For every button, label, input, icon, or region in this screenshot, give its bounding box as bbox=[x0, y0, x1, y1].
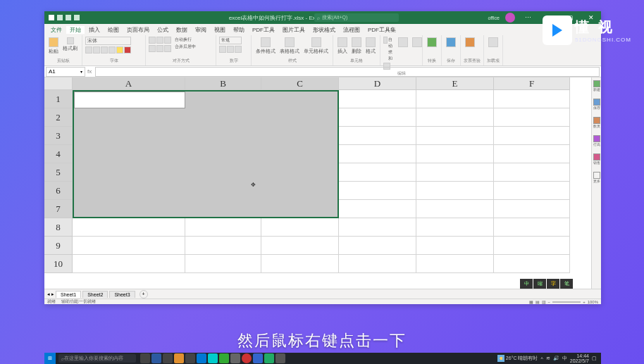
wrap-button[interactable]: 自动换行 bbox=[175, 37, 196, 43]
col-header-D[interactable]: D bbox=[339, 77, 416, 90]
row-header-2[interactable]: 2 bbox=[44, 108, 73, 127]
border-icon[interactable] bbox=[109, 46, 116, 54]
view-normal-icon[interactable]: ▦ bbox=[529, 299, 533, 304]
formula-bar[interactable] bbox=[95, 67, 600, 77]
cell[interactable] bbox=[339, 255, 416, 273]
cell[interactable] bbox=[339, 127, 416, 145]
cell[interactable] bbox=[416, 127, 494, 145]
weather-widget[interactable]: 26°C 晴朗有时 bbox=[497, 355, 538, 362]
tray-net-icon[interactable]: ≋ bbox=[546, 356, 550, 361]
menu-data[interactable]: 数据 bbox=[173, 26, 191, 34]
cell[interactable] bbox=[73, 218, 185, 237]
cell[interactable] bbox=[339, 163, 416, 182]
ime-pen[interactable]: 笔 bbox=[560, 279, 573, 289]
sheet-tab-2[interactable]: Sheet2 bbox=[82, 291, 108, 298]
app-icon-10[interactable] bbox=[264, 353, 274, 363]
add-sheet-button[interactable]: + bbox=[140, 290, 148, 299]
addins-button[interactable] bbox=[487, 37, 500, 48]
currency-icon[interactable] bbox=[219, 46, 226, 53]
tray-vol-icon[interactable]: 🔊 bbox=[553, 356, 559, 361]
sort-filter-button[interactable] bbox=[397, 37, 409, 48]
row-header-4[interactable]: 4 bbox=[44, 145, 73, 163]
cell[interactable] bbox=[261, 255, 339, 273]
cell[interactable] bbox=[416, 182, 494, 200]
cell[interactable] bbox=[73, 255, 185, 273]
ribbon-options-icon[interactable]: ⋯ bbox=[518, 11, 538, 24]
row-header-3[interactable]: 3 bbox=[44, 127, 73, 145]
row-header-10[interactable]: 10 bbox=[44, 255, 73, 273]
font-color-icon[interactable] bbox=[124, 46, 131, 54]
cell[interactable] bbox=[339, 108, 416, 127]
cell[interactable] bbox=[416, 90, 494, 108]
cell[interactable] bbox=[416, 108, 494, 127]
col-header-A[interactable]: A bbox=[73, 77, 185, 90]
app-icon-6[interactable] bbox=[208, 353, 218, 363]
number-format-select[interactable]: 常规 bbox=[219, 37, 242, 44]
app-icon-4[interactable] bbox=[185, 353, 195, 363]
italic-icon[interactable] bbox=[93, 46, 100, 54]
cell[interactable] bbox=[494, 237, 570, 255]
app-icon-rec[interactable] bbox=[242, 353, 252, 363]
menu-draw[interactable]: 绘图 bbox=[104, 26, 123, 34]
user-avatar[interactable] bbox=[505, 13, 515, 23]
cell[interactable] bbox=[185, 255, 261, 273]
zoom-level[interactable]: 100% bbox=[588, 300, 598, 304]
delete-cell-button[interactable]: 删除 bbox=[350, 37, 363, 56]
row-header-1[interactable]: 1 bbox=[44, 90, 73, 108]
tray-up-icon[interactable]: ^ bbox=[540, 356, 543, 361]
cell[interactable] bbox=[339, 237, 416, 255]
app-icon-9[interactable] bbox=[253, 353, 263, 363]
side-sales[interactable]: 销售 bbox=[593, 153, 601, 168]
app-icon-3[interactable] bbox=[174, 353, 184, 363]
menu-home[interactable]: 开始 bbox=[66, 26, 85, 34]
cell[interactable] bbox=[185, 218, 261, 237]
align-right-icon[interactable] bbox=[164, 45, 171, 52]
cell[interactable] bbox=[261, 218, 339, 237]
menu-formula[interactable]: 公式 bbox=[154, 26, 172, 34]
cell-style-button[interactable]: 单元格样式 bbox=[302, 37, 330, 56]
col-header-C[interactable]: C bbox=[261, 77, 339, 90]
side-more[interactable]: 更多 bbox=[593, 172, 601, 186]
sheet-nav-first[interactable]: ◂ bbox=[47, 291, 50, 297]
search-box[interactable]: ⌕ 搜索(Alt+Q) bbox=[314, 13, 399, 22]
cell[interactable] bbox=[494, 255, 570, 273]
fx-icon[interactable]: fx bbox=[87, 68, 92, 75]
sheet-tab-1[interactable]: Sheet1 bbox=[56, 291, 81, 298]
cell[interactable] bbox=[494, 200, 570, 218]
tray-time[interactable]: 14:44 bbox=[570, 353, 589, 358]
row-header-7[interactable]: 7 bbox=[44, 200, 73, 218]
taskbar-search[interactable]: ⌕ 在这里输入你要搜索的内容 bbox=[58, 354, 136, 363]
align-mid-icon[interactable] bbox=[156, 37, 163, 44]
app-icon-2[interactable] bbox=[163, 353, 173, 363]
menu-flow[interactable]: 流程图 bbox=[340, 26, 364, 34]
col-header-F[interactable]: F bbox=[494, 77, 570, 90]
col-header-E[interactable]: E bbox=[416, 77, 494, 90]
cond-format-button[interactable]: 条件格式 bbox=[254, 37, 277, 56]
name-box[interactable]: A1▾ bbox=[46, 67, 85, 77]
menu-insert[interactable]: 插入 bbox=[85, 26, 104, 34]
percent-icon[interactable] bbox=[227, 46, 234, 53]
format-painter-button[interactable]: 格式刷 bbox=[61, 37, 79, 53]
side-row[interactable]: 行高 bbox=[593, 135, 601, 149]
cell[interactable] bbox=[416, 200, 494, 218]
side-page[interactable]: 数页 bbox=[593, 117, 601, 131]
insert-cell-button[interactable]: 插入 bbox=[336, 37, 349, 56]
cell[interactable] bbox=[185, 237, 261, 255]
menu-view[interactable]: 视图 bbox=[211, 26, 229, 34]
align-left-icon[interactable] bbox=[149, 45, 156, 52]
cell[interactable] bbox=[261, 237, 339, 255]
sheet-nav-prev[interactable]: ▸ bbox=[51, 291, 54, 297]
col-header-B[interactable]: B bbox=[185, 77, 261, 90]
cell[interactable] bbox=[494, 90, 570, 108]
undo-icon[interactable] bbox=[66, 15, 71, 20]
menu-file[interactable]: 文件 bbox=[47, 26, 66, 34]
comma-icon[interactable] bbox=[235, 46, 242, 53]
redo-icon[interactable] bbox=[74, 15, 80, 20]
menu-pdfset[interactable]: PDF工具集 bbox=[364, 26, 400, 34]
cell[interactable] bbox=[339, 182, 416, 200]
cell[interactable] bbox=[339, 145, 416, 163]
side-new[interactable]: 新建 bbox=[593, 80, 601, 94]
menu-review[interactable]: 审阅 bbox=[192, 26, 210, 34]
ime-zoom[interactable]: 缩 bbox=[533, 279, 546, 289]
cell[interactable] bbox=[416, 218, 494, 237]
